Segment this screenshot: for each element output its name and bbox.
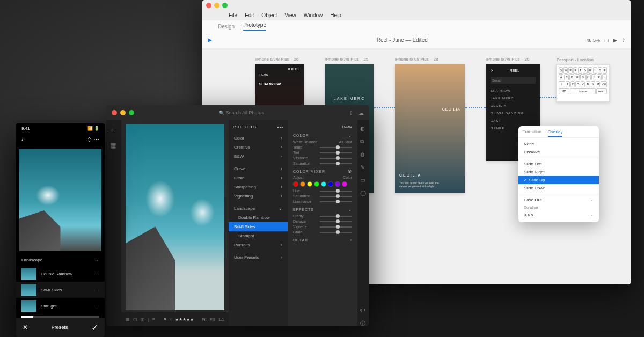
menu-file[interactable]: File	[229, 12, 237, 18]
radial-icon[interactable]: ◯	[360, 190, 367, 196]
close-icon[interactable]	[112, 110, 117, 115]
play-icon[interactable]	[207, 38, 213, 43]
kb-return[interactable]: return	[596, 88, 607, 94]
color-orange[interactable]	[300, 181, 305, 187]
effects-section[interactable]: EFFECTS⌄	[293, 208, 352, 212]
crop-icon[interactable]: ⧉	[360, 138, 367, 145]
kb-key[interactable]: N	[591, 81, 595, 87]
more-icon[interactable]: ⋯	[94, 271, 99, 277]
kb-key[interactable]: H	[586, 74, 591, 80]
sat-slider[interactable]	[320, 196, 352, 197]
artboard-3[interactable]: iPhone 6/7/8 Plus – 28 CECILIA CECILIA T…	[395, 64, 465, 193]
wb-value[interactable]: As Shot	[339, 140, 352, 144]
hue-slider[interactable]	[320, 191, 352, 192]
list-item[interactable]: CECILIA	[491, 102, 536, 109]
fit-button[interactable]: Fit	[202, 317, 207, 322]
library-icon[interactable]: ▦	[110, 142, 118, 149]
info-icon[interactable]: ⓘ	[360, 320, 367, 326]
kb-key[interactable]: V	[581, 81, 585, 87]
color-purple[interactable]	[335, 181, 340, 187]
transition-slide-left[interactable]: Slide Left	[518, 160, 599, 168]
device-icon[interactable]: ▢	[604, 38, 609, 43]
search-input[interactable]: Search All Photos	[137, 110, 346, 115]
transition-slide-up[interactable]: ✓ Slide Up	[518, 176, 599, 184]
kb-backspace[interactable]: ⌫	[601, 81, 607, 87]
tint-slider[interactable]	[320, 152, 352, 153]
color-magenta[interactable]	[342, 181, 347, 187]
kb-key[interactable]: R	[573, 67, 577, 74]
kb-key[interactable]: W	[564, 67, 568, 74]
share-icon[interactable]: ⇧ ⋯	[87, 136, 99, 143]
single-icon[interactable]: ▢	[133, 317, 137, 322]
list-item[interactable]: LAKE MERC	[491, 94, 536, 102]
preset-group[interactable]: Sharpening›	[233, 182, 283, 192]
kb-key[interactable]: K	[597, 74, 602, 80]
more-icon[interactable]: ⋯	[94, 287, 99, 293]
close-icon[interactable]: ✕	[491, 69, 494, 73]
star-icon[interactable]: ★★★★★	[175, 317, 194, 322]
preset-group[interactable]: Creative›	[233, 143, 283, 152]
kb-key[interactable]: A	[559, 74, 564, 80]
presets-button[interactable]: Presets	[34, 325, 85, 330]
flag-icon[interactable]: ⚑	[163, 317, 167, 322]
dehaze-slider[interactable]	[320, 221, 352, 222]
lum-slider[interactable]	[320, 201, 352, 202]
colormixer-section[interactable]: COLOR MIXER⦿	[293, 170, 352, 173]
color-section[interactable]: COLOR⌄	[293, 134, 352, 138]
add-icon[interactable]: +	[110, 127, 118, 134]
reject-icon[interactable]: ⚐	[169, 317, 173, 322]
share-icon[interactable]: ⇧	[349, 110, 353, 116]
kb-key[interactable]: M	[596, 81, 600, 87]
close-icon[interactable]	[206, 3, 211, 8]
kb-key[interactable]: B	[586, 81, 590, 87]
vignette-slider[interactable]	[320, 226, 352, 228]
linear-icon[interactable]: ▭	[360, 177, 367, 184]
detail-section[interactable]: DETAIL›	[293, 238, 352, 242]
zoom-level[interactable]: 48.5%	[586, 38, 600, 43]
preset-row[interactable]: Starlight ⋯	[16, 298, 105, 314]
temp-slider[interactable]	[320, 147, 352, 148]
list-item[interactable]: OLIVIA DANCING	[491, 109, 536, 117]
kb-key[interactable]: J	[591, 74, 596, 80]
kb-key[interactable]: L	[602, 74, 607, 80]
preset-group[interactable]: Vignetting›	[233, 192, 283, 201]
kb-key[interactable]: Z	[566, 81, 570, 87]
category-label[interactable]: Landscape	[21, 258, 42, 262]
kb-key[interactable]: P	[603, 67, 607, 74]
maximize-icon[interactable]	[222, 3, 228, 8]
kb-key[interactable]: G	[580, 74, 585, 80]
kb-key[interactable]: S	[564, 74, 569, 80]
transition-slide-down[interactable]: Slide Down	[518, 184, 599, 192]
list-item[interactable]: CAST	[491, 117, 536, 124]
popover-tab-transition[interactable]: Transition	[523, 129, 541, 137]
color-blue[interactable]	[328, 181, 333, 187]
close-icon[interactable]: ✕	[23, 324, 28, 331]
check-icon[interactable]: ✓	[91, 323, 98, 333]
back-icon[interactable]: ‹	[21, 136, 24, 143]
more-icon[interactable]: ⋯	[94, 303, 99, 309]
tab-prototype[interactable]: Prototype	[243, 22, 266, 31]
cloud-icon[interactable]: ☁	[358, 110, 364, 116]
minimize-icon[interactable]	[214, 3, 219, 8]
transition-dissolve[interactable]: Dissolve	[518, 148, 599, 156]
preset-item-selected[interactable]: Sci-fi Skies	[229, 222, 288, 231]
menu-view[interactable]: View	[284, 12, 296, 18]
list-item[interactable]: SPARROW	[491, 87, 536, 94]
kb-key[interactable]: Q	[559, 67, 563, 74]
kb-space[interactable]: space	[570, 88, 596, 94]
color-green[interactable]	[314, 181, 319, 187]
kb-numeric[interactable]: 123	[559, 88, 569, 94]
popover-tab-overlay[interactable]: Overlay	[548, 129, 563, 137]
phone-image[interactable]	[19, 149, 101, 251]
share-icon[interactable]: ⇧	[621, 38, 626, 43]
kb-key[interactable]: I	[593, 67, 597, 74]
minimize-icon[interactable]	[120, 110, 126, 115]
duration-select[interactable]: 0.4 s⌄	[518, 211, 599, 219]
menu-window[interactable]: Window	[304, 12, 323, 18]
brush-icon[interactable]: ✎	[360, 164, 367, 171]
preset-item[interactable]: Double Rainbow	[233, 213, 283, 222]
kb-key[interactable]: T	[578, 67, 582, 74]
vibrance-slider[interactable]	[320, 158, 352, 159]
edit-icon[interactable]: ◐	[360, 126, 367, 132]
tab-design[interactable]: Design	[218, 24, 235, 30]
